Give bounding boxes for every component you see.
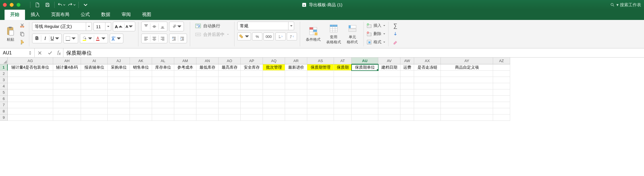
cell-AQ6[interactable] [263,96,285,102]
cell-AW7[interactable] [400,102,414,108]
cell-AY6[interactable] [441,96,493,102]
cell-AW3[interactable] [400,77,414,83]
cell-AG7[interactable] [8,102,53,108]
cell-AI3[interactable] [81,77,108,83]
spreadsheet-grid[interactable]: AGAHAIAJAKALAMANAOAPAQARASATAUAVAWAXAYAZ… [0,58,644,176]
cell-AL5[interactable] [152,89,174,96]
cell-AZ2[interactable] [493,71,510,77]
cell-AT4[interactable] [334,83,352,89]
cell-AG3[interactable] [8,77,53,83]
cell-AP1[interactable]: 安全库存 [241,64,263,71]
col-header-AI[interactable]: AI [81,58,108,64]
format-as-table-button[interactable]: 套用 表格格式 [323,22,344,46]
cell-AR1[interactable]: 最新进价 [285,64,307,71]
cell-AH4[interactable] [53,83,81,89]
cell-AJ1[interactable]: 采购单位 [108,64,130,71]
cell-AV6[interactable] [378,96,400,102]
col-header-AM[interactable]: AM [174,58,196,64]
cells-area[interactable]: 辅计量4是否包装单位辅计量4条码报表辅单位采购单位销售单位库存单位参考成本最低库… [8,64,510,121]
accounting-format-button[interactable] [237,32,251,40]
cell-AO2[interactable] [219,71,241,77]
cell-AV9[interactable] [378,114,400,121]
cell-AU3[interactable] [352,77,378,83]
cell-AT2[interactable] [334,71,352,77]
cell-AV5[interactable] [378,89,400,96]
cell-AL9[interactable] [152,114,174,121]
cell-AK7[interactable] [130,102,152,108]
cell-AU2[interactable] [352,71,378,77]
cell-AW9[interactable] [400,114,414,121]
col-header-AH[interactable]: AH [53,58,81,64]
bold-button[interactable]: B [33,34,41,42]
cell-AN2[interactable] [196,71,219,77]
cell-AU6[interactable] [352,96,378,102]
cell-AK1[interactable]: 销售单位 [130,64,152,71]
align-top-button[interactable] [142,22,150,30]
cell-AN6[interactable] [196,96,219,102]
cell-AN1[interactable]: 最低库存 [196,64,219,71]
cell-AI6[interactable] [81,96,108,102]
cell-AN4[interactable] [196,83,219,89]
cell-AJ5[interactable] [108,89,130,96]
row-header-4[interactable]: 4 [0,83,8,89]
cell-AW2[interactable] [400,71,414,77]
copy-button[interactable] [18,30,26,38]
cell-AP2[interactable] [241,71,263,77]
cell-AT3[interactable] [334,77,352,83]
cell-AH3[interactable] [53,77,81,83]
fill-color-button[interactable] [81,34,94,42]
col-header-AX[interactable]: AX [414,58,441,64]
cell-AR8[interactable] [285,108,307,114]
col-header-AO[interactable]: AO [219,58,241,64]
cell-AP7[interactable] [241,102,263,108]
align-center-button[interactable] [150,34,158,42]
cell-AM2[interactable] [174,71,196,77]
tab-4[interactable]: 数据 [95,9,116,20]
select-all-corner[interactable] [0,58,8,64]
cell-AQ3[interactable] [263,77,285,83]
font-size-select[interactable]: 11 [94,22,111,31]
cell-AS8[interactable] [307,108,334,114]
cell-AX4[interactable] [414,83,441,89]
confirm-formula-button[interactable] [45,51,55,55]
cell-AQ7[interactable] [263,102,285,108]
cell-AJ6[interactable] [108,96,130,102]
formula-input[interactable]: 保质期单位 [63,48,644,57]
cell-AN5[interactable] [196,89,219,96]
cell-AU7[interactable] [352,102,378,108]
cell-AS4[interactable] [307,83,334,89]
cell-AZ4[interactable] [493,83,510,89]
qat-customize-button[interactable] [80,1,91,9]
italic-button[interactable]: I [41,34,49,42]
cell-AO5[interactable] [219,89,241,96]
row-header-3[interactable]: 3 [0,77,8,83]
cell-AJ2[interactable] [108,71,130,77]
cell-AO1[interactable]: 最高库存 [219,64,241,71]
cell-AM4[interactable] [174,83,196,89]
cell-AN9[interactable] [196,114,219,121]
cell-AZ9[interactable] [493,114,510,121]
cell-AW1[interactable]: 运费 [400,64,414,71]
cell-AZ8[interactable] [493,108,510,114]
col-header-AL[interactable]: AL [152,58,174,64]
col-header-AU[interactable]: AU [352,58,378,64]
cell-AL1[interactable]: 库存单位 [152,64,174,71]
col-header-AQ[interactable]: AQ [263,58,285,64]
row-header-2[interactable]: 2 [0,71,8,77]
col-header-AZ[interactable]: AZ [493,58,510,64]
cell-AM6[interactable] [174,96,196,102]
cell-AH9[interactable] [53,114,81,121]
cell-AG8[interactable] [8,108,53,114]
insert-cells-button[interactable]: 插入 [367,22,385,29]
merge-center-button[interactable]: 合并后居中 [193,30,231,39]
cell-AY5[interactable] [441,89,493,96]
cell-AS5[interactable] [307,89,334,96]
cell-AL8[interactable] [152,108,174,114]
cell-AG6[interactable] [8,96,53,102]
orientation-button[interactable]: ab [170,22,183,30]
cell-AN3[interactable] [196,77,219,83]
cell-AY4[interactable] [441,83,493,89]
cancel-formula-button[interactable] [35,51,45,55]
cell-AM8[interactable] [174,108,196,114]
cell-AR4[interactable] [285,83,307,89]
